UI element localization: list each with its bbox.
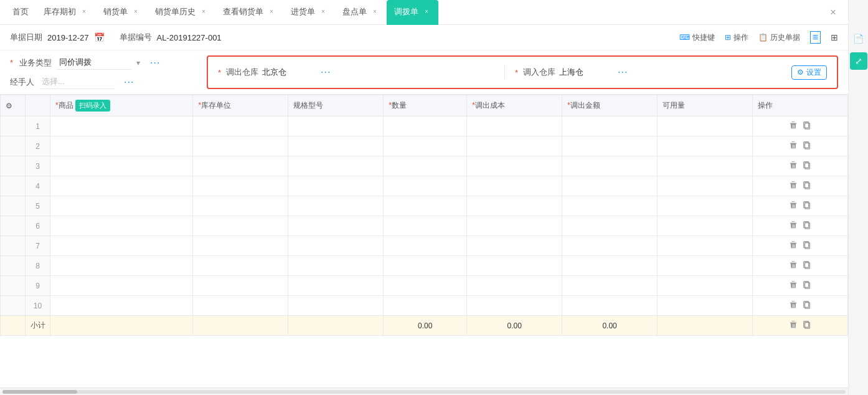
qty-cell[interactable] xyxy=(384,176,467,196)
tab-transfer[interactable]: 调拨单 × xyxy=(387,0,438,25)
available-cell[interactable] xyxy=(658,296,753,316)
copy-row-button[interactable] xyxy=(803,221,811,231)
view-toggle-list[interactable]: ≡ xyxy=(810,31,821,44)
amount-cell[interactable] xyxy=(562,196,658,216)
available-cell[interactable] xyxy=(658,316,753,336)
unit-cell[interactable] xyxy=(193,296,288,316)
business-type-more-btn[interactable]: ··· xyxy=(150,57,160,69)
cost-cell[interactable] xyxy=(467,236,562,256)
view-toggle-grid[interactable]: ⊞ xyxy=(831,32,838,42)
transfer-out-value[interactable]: 北京仓 xyxy=(262,67,312,78)
delete-row-button[interactable] xyxy=(789,320,798,331)
history-btn[interactable]: 📋 历史单据 xyxy=(758,32,800,43)
cost-cell[interactable] xyxy=(467,296,562,316)
spec-cell[interactable] xyxy=(288,296,384,316)
unit-cell[interactable] xyxy=(193,117,288,136)
qty-cell[interactable] xyxy=(384,296,467,316)
tab-inventory-init[interactable]: 库存期初 × xyxy=(36,0,96,25)
scrollbar-thumb[interactable] xyxy=(2,390,77,394)
delete-row-button[interactable] xyxy=(789,240,798,251)
tab-stocktake[interactable]: 盘点单 × xyxy=(335,0,387,25)
qty-cell[interactable] xyxy=(384,256,467,276)
tab-home[interactable]: 首页 xyxy=(5,0,36,25)
th-gear[interactable]: ⚙ xyxy=(1,95,26,117)
calendar-icon[interactable]: 📅 xyxy=(94,32,105,42)
tab-purchase-close[interactable]: × xyxy=(319,7,328,16)
unit-cell[interactable] xyxy=(193,196,288,216)
qty-cell[interactable] xyxy=(384,156,467,176)
spec-cell[interactable] xyxy=(288,256,384,276)
available-cell[interactable] xyxy=(658,136,753,156)
amount-cell[interactable] xyxy=(562,117,658,136)
product-cell[interactable] xyxy=(50,276,193,296)
operation-btn[interactable]: ⊞ 操作 xyxy=(725,32,748,43)
available-cell[interactable] xyxy=(658,256,753,276)
cost-cell[interactable] xyxy=(467,256,562,276)
cost-cell[interactable] xyxy=(467,136,562,156)
setting-button[interactable]: ⚙ 设置 xyxy=(791,65,827,80)
transfer-in-value[interactable]: 上海仓 xyxy=(559,67,609,78)
spec-cell[interactable] xyxy=(288,196,384,216)
tab-view-sales[interactable]: 查看销货单 × xyxy=(215,0,283,25)
product-cell[interactable] xyxy=(50,176,193,196)
unit-cell[interactable] xyxy=(193,216,288,236)
spec-cell[interactable] xyxy=(288,136,384,156)
delete-row-button[interactable] xyxy=(789,181,798,191)
transfer-in-more-btn[interactable]: ··· xyxy=(618,67,628,78)
amount-cell[interactable] xyxy=(562,296,658,316)
delete-row-button[interactable] xyxy=(789,201,798,211)
delete-row-button[interactable] xyxy=(789,300,798,311)
spec-cell[interactable] xyxy=(288,236,384,256)
qty-cell[interactable] xyxy=(384,236,467,256)
copy-row-button[interactable] xyxy=(803,240,811,251)
unit-cell[interactable] xyxy=(193,316,288,336)
cost-cell[interactable] xyxy=(467,276,562,296)
product-cell[interactable] xyxy=(50,216,193,236)
unit-cell[interactable] xyxy=(193,276,288,296)
available-cell[interactable] xyxy=(658,236,753,256)
cost-cell[interactable] xyxy=(467,176,562,196)
tab-stocktake-close[interactable]: × xyxy=(370,7,379,16)
spec-cell[interactable] xyxy=(288,176,384,196)
amount-cell[interactable] xyxy=(562,276,658,296)
cost-cell[interactable]: 0.00 xyxy=(467,316,562,336)
product-cell[interactable] xyxy=(50,196,193,216)
copy-row-button[interactable] xyxy=(803,320,811,331)
product-cell[interactable] xyxy=(50,256,193,276)
amount-cell[interactable] xyxy=(562,256,658,276)
product-cell[interactable] xyxy=(50,236,193,256)
delete-row-button[interactable] xyxy=(789,121,798,131)
amount-cell[interactable] xyxy=(562,156,658,176)
scan-button[interactable]: 扫码录入 xyxy=(75,100,110,112)
available-cell[interactable] xyxy=(658,216,753,236)
tab-view-sales-close[interactable]: × xyxy=(267,7,276,16)
cost-cell[interactable] xyxy=(467,216,562,236)
tab-transfer-close[interactable]: × xyxy=(422,7,431,16)
copy-row-button[interactable] xyxy=(803,201,811,211)
scrollbar-track[interactable] xyxy=(2,390,846,394)
product-cell[interactable] xyxy=(50,136,193,156)
product-cell[interactable] xyxy=(50,117,193,136)
cost-cell[interactable] xyxy=(467,196,562,216)
qty-cell[interactable] xyxy=(384,216,467,236)
unit-cell[interactable] xyxy=(193,136,288,156)
unit-cell[interactable] xyxy=(193,256,288,276)
delete-row-button[interactable] xyxy=(789,260,798,271)
copy-row-button[interactable] xyxy=(803,161,811,171)
available-cell[interactable] xyxy=(658,117,753,136)
handler-more-btn[interactable]: ··· xyxy=(124,77,134,88)
delete-row-button[interactable] xyxy=(789,280,798,291)
transfer-out-more-btn[interactable]: ··· xyxy=(321,67,331,78)
delete-row-button[interactable] xyxy=(789,221,798,231)
available-cell[interactable] xyxy=(658,176,753,196)
product-cell[interactable] xyxy=(50,156,193,176)
product-cell[interactable] xyxy=(50,316,193,336)
available-cell[interactable] xyxy=(658,156,753,176)
business-type-dropdown-icon[interactable]: ▾ xyxy=(136,59,140,67)
shortcut-btn[interactable]: ⌨ 快捷键 xyxy=(679,32,715,43)
unit-cell[interactable] xyxy=(193,156,288,176)
qty-cell[interactable] xyxy=(384,136,467,156)
tab-purchase[interactable]: 进货单 × xyxy=(283,0,335,25)
copy-row-button[interactable] xyxy=(803,280,811,291)
copy-row-button[interactable] xyxy=(803,300,811,311)
